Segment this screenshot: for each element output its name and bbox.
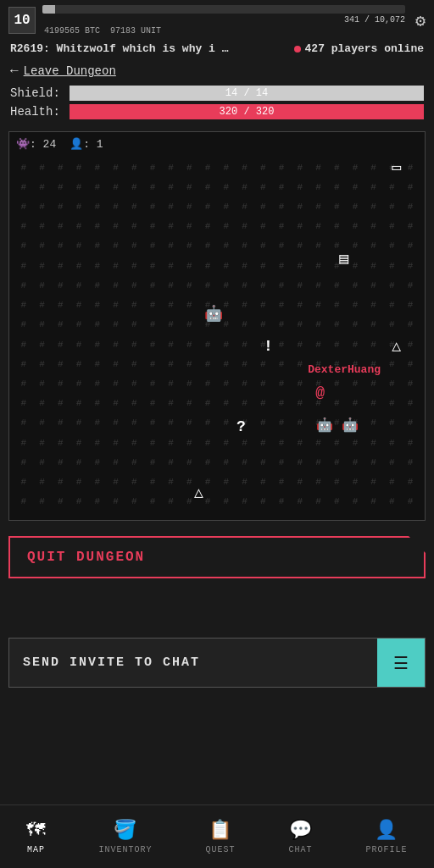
hash-cell: # bbox=[383, 315, 402, 334]
hash-cell: # bbox=[33, 433, 52, 452]
hash-cell: # bbox=[198, 354, 217, 373]
hash-cell: # bbox=[309, 196, 328, 216]
hash-cell: # bbox=[327, 196, 346, 216]
enemy-sprite: 🤖 bbox=[204, 304, 223, 323]
hash-cell: # bbox=[143, 492, 162, 511]
hash-cell: # bbox=[51, 433, 70, 452]
hash-cell: # bbox=[291, 315, 309, 334]
hash-cell: # bbox=[88, 177, 107, 196]
leave-dungeon-link[interactable]: Leave Dungeon bbox=[24, 64, 116, 78]
hash-cell: # bbox=[364, 296, 383, 315]
hash-cell: # bbox=[253, 394, 272, 413]
hash-cell: # bbox=[346, 394, 364, 413]
hash-cell: # bbox=[217, 433, 236, 452]
xp-bar-inner bbox=[42, 5, 55, 14]
hash-cell: # bbox=[198, 394, 217, 413]
hash-cell: # bbox=[198, 256, 217, 275]
hash-cell: # bbox=[107, 452, 125, 472]
hash-cell: # bbox=[107, 217, 125, 236]
triangle-sprite-1: △ bbox=[392, 336, 401, 355]
hash-cell: # bbox=[143, 217, 162, 236]
hash-cell: # bbox=[162, 452, 181, 472]
hash-cell: # bbox=[125, 196, 143, 216]
hash-cell: # bbox=[70, 354, 88, 373]
hash-cell: # bbox=[33, 452, 52, 472]
hash-cell: # bbox=[272, 492, 291, 511]
hamburger-icon: ☰ bbox=[393, 653, 409, 673]
health-label: Health: bbox=[10, 105, 61, 119]
hash-cell: # bbox=[364, 452, 383, 472]
hash-cell: # bbox=[327, 315, 346, 334]
hash-cell: # bbox=[143, 413, 162, 433]
hash-cell: # bbox=[33, 315, 52, 334]
hash-cell: # bbox=[14, 354, 33, 373]
hash-grid: ########################################… bbox=[9, 156, 425, 513]
hash-cell: # bbox=[14, 217, 33, 236]
hash-cell: # bbox=[383, 275, 402, 295]
player-count: 👤: 1 bbox=[70, 137, 103, 151]
hash-cell: # bbox=[70, 296, 88, 315]
hash-cell: # bbox=[14, 256, 33, 275]
send-invite-menu-button[interactable]: ☰ bbox=[377, 639, 425, 687]
hash-cell: # bbox=[51, 334, 70, 354]
hash-cell: # bbox=[272, 413, 291, 433]
leave-dungeon-row[interactable]: ← Leave Dungeon bbox=[0, 58, 434, 84]
hash-cell: # bbox=[236, 354, 254, 373]
hash-cell: # bbox=[143, 315, 162, 334]
settings-icon[interactable]: ⚙ bbox=[415, 10, 426, 31]
hash-cell: # bbox=[107, 413, 125, 433]
hash-cell: # bbox=[236, 492, 254, 511]
hash-cell: # bbox=[383, 452, 402, 472]
hash-cell: # bbox=[162, 158, 181, 177]
hash-cell: # bbox=[217, 492, 236, 511]
hash-cell: # bbox=[327, 394, 346, 413]
hash-cell: # bbox=[198, 275, 217, 295]
hash-cell: # bbox=[236, 334, 254, 354]
game-grid[interactable]: 👾: 24 👤: 1 #############################… bbox=[8, 131, 426, 521]
hash-cell: # bbox=[272, 196, 291, 216]
hash-cell: # bbox=[107, 177, 125, 196]
hash-cell: # bbox=[198, 217, 217, 236]
hash-cell: # bbox=[236, 296, 254, 315]
hash-cell: # bbox=[253, 196, 272, 216]
hash-cell: # bbox=[14, 492, 33, 511]
quit-dungeon-button[interactable]: QUIT DUNGEON bbox=[8, 536, 426, 578]
hash-cell: # bbox=[88, 275, 107, 295]
nav-profile[interactable]: 👤 PROFILE bbox=[355, 812, 417, 861]
hash-cell: # bbox=[401, 196, 420, 216]
hash-cell: # bbox=[107, 158, 125, 177]
hash-cell: # bbox=[125, 256, 143, 275]
hash-cell: # bbox=[401, 452, 420, 472]
hash-cell: # bbox=[143, 452, 162, 472]
hash-cell: # bbox=[401, 413, 420, 433]
nav-quest[interactable]: 📋 QUEST bbox=[195, 812, 245, 861]
hash-cell: # bbox=[33, 296, 52, 315]
hash-cell: # bbox=[217, 217, 236, 236]
hash-cell: # bbox=[51, 373, 70, 393]
hash-cell: # bbox=[272, 217, 291, 236]
hash-cell: # bbox=[217, 394, 236, 413]
currency-row: 4199565 BTC 97183 UNIT bbox=[44, 26, 405, 36]
hash-cell: # bbox=[272, 315, 291, 334]
nav-chat[interactable]: 💬 CHAT bbox=[278, 812, 322, 861]
nav-inventory[interactable]: 🪣 INVENTORY bbox=[88, 812, 162, 861]
hash-cell: # bbox=[33, 354, 52, 373]
hash-cell: # bbox=[327, 433, 346, 452]
hash-cell: # bbox=[14, 315, 33, 334]
hash-cell: # bbox=[70, 394, 88, 413]
hash-cell: # bbox=[346, 373, 364, 393]
hash-cell: # bbox=[107, 373, 125, 393]
bottom-nav: 🗺 MAP 🪣 INVENTORY 📋 QUEST 💬 CHAT 👤 PROFI… bbox=[0, 804, 434, 868]
hash-cell: # bbox=[364, 256, 383, 275]
hash-cell: # bbox=[107, 236, 125, 256]
hash-cell: # bbox=[401, 492, 420, 511]
hash-cell: # bbox=[33, 413, 52, 433]
hash-cell: # bbox=[143, 296, 162, 315]
hash-cell: # bbox=[236, 452, 254, 472]
nav-map[interactable]: 🗺 MAP bbox=[16, 812, 55, 861]
hash-cell: # bbox=[88, 196, 107, 216]
send-invite-button[interactable]: SEND INVITE TO CHAT bbox=[9, 639, 377, 687]
hash-cell: # bbox=[33, 492, 52, 511]
hash-cell: # bbox=[162, 354, 181, 373]
hash-cell: # bbox=[272, 177, 291, 196]
